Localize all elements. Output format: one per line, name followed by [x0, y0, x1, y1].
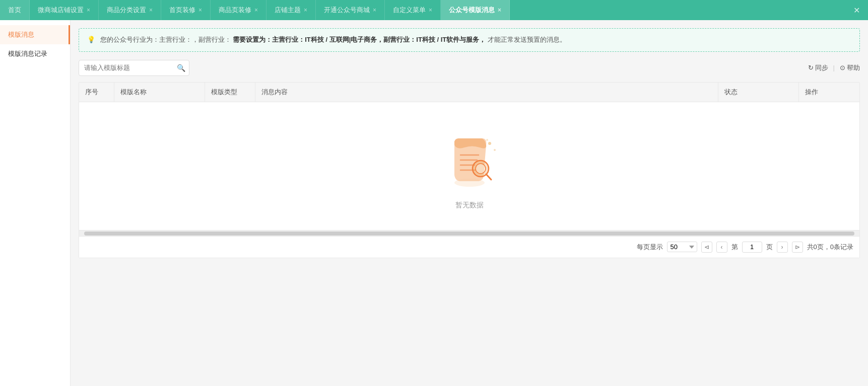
help-label: 帮助	[847, 63, 860, 72]
page-size-select[interactable]: 10 20 50 100	[667, 242, 697, 252]
tab-openstore-label: 开通公众号商城	[324, 6, 370, 15]
tab-weshop[interactable]: 微商城店铺设置 ×	[30, 0, 99, 20]
tab-home[interactable]: 首页	[0, 0, 30, 20]
col-header-name: 模版名称	[114, 83, 205, 102]
svg-line-7	[486, 174, 491, 180]
pagination: 每页显示 10 20 50 100 ⊲ ‹ 第 页 › ⊳ 共0页，0条记录	[79, 236, 859, 258]
help-icon: ⊙	[840, 64, 845, 71]
sync-label: 同步	[815, 63, 828, 72]
tab-bar: 首页 微商城店铺设置 × 商品分类设置 × 首页装修 × 商品页装修 × 店铺主…	[0, 0, 868, 20]
content-area: 💡 您的公众号行业为：主营行业：，副营行业： 需要设置为：主营行业：IT科技 /…	[71, 20, 868, 386]
tab-theme-close[interactable]: ×	[304, 7, 307, 14]
tab-theme[interactable]: 店铺主题 ×	[266, 0, 316, 20]
col-header-status: 状态	[718, 83, 799, 102]
notice-text-after: 才能正常发送预置的消息。	[488, 36, 566, 43]
last-page-button[interactable]: ⊳	[792, 242, 803, 253]
first-page-button[interactable]: ⊲	[701, 242, 712, 253]
sidebar-item-template-msg-label: 模版消息	[8, 31, 34, 38]
search-left: 🔍	[79, 60, 189, 76]
total-text: 共0页，0条记录	[807, 243, 853, 252]
tab-weshop-label: 微商城店铺设置	[38, 6, 84, 15]
page-label: 页	[766, 243, 773, 252]
svg-point-8	[488, 142, 491, 145]
horizontal-scrollbar[interactable]	[79, 230, 859, 236]
empty-state: 暂无数据	[79, 102, 859, 230]
sidebar-item-template-msg[interactable]: 模版消息	[0, 25, 70, 44]
col-header-index: 序号	[79, 83, 114, 102]
tab-theme-label: 店铺主题	[275, 6, 301, 15]
tab-custommenu-close[interactable]: ×	[429, 7, 432, 14]
scrollbar-thumb[interactable]	[84, 231, 854, 236]
next-page-button[interactable]: ›	[777, 242, 788, 253]
tab-home-label: 首页	[8, 6, 21, 15]
tab-category-close[interactable]: ×	[149, 7, 153, 14]
help-button[interactable]: ⊙ 帮助	[840, 63, 860, 72]
search-right: ↻ 同步 | ⊙ 帮助	[808, 63, 860, 72]
tab-homepage-label: 首页装修	[169, 6, 195, 15]
page-prefix: 第	[731, 243, 738, 252]
tab-custommenu[interactable]: 自定义菜单 ×	[385, 0, 441, 20]
sidebar: 模版消息 模版消息记录	[0, 20, 71, 386]
notice-box: 💡 您的公众号行业为：主营行业：，副营行业： 需要设置为：主营行业：IT科技 /…	[79, 28, 860, 52]
empty-text: 暂无数据	[455, 201, 484, 210]
svg-point-10	[486, 139, 488, 141]
main-layout: 模版消息 模版消息记录 💡 您的公众号行业为：主营行业：，副营行业： 需要设置为…	[0, 20, 868, 386]
tab-homepage[interactable]: 首页装修 ×	[161, 0, 211, 20]
sync-button[interactable]: ↻ 同步	[808, 63, 828, 72]
sync-icon: ↻	[808, 64, 814, 71]
search-icon[interactable]: 🔍	[177, 64, 185, 72]
sidebar-item-template-msg-record-label: 模版消息记录	[8, 50, 47, 57]
search-bar: 🔍 ↻ 同步 | ⊙ 帮助	[79, 60, 860, 76]
tab-productpage-close[interactable]: ×	[254, 7, 258, 14]
tab-bar-close-all[interactable]: ✕	[845, 6, 868, 15]
tab-templatemsg-close[interactable]: ×	[498, 7, 501, 14]
search-input-wrap: 🔍	[79, 60, 189, 76]
tab-productpage[interactable]: 商品页装修 ×	[211, 0, 266, 20]
tab-category[interactable]: 商品分类设置 ×	[99, 0, 161, 20]
col-header-content: 消息内容	[255, 83, 718, 102]
svg-point-9	[494, 149, 496, 151]
tab-openstore[interactable]: 开通公众号商城 ×	[316, 0, 385, 20]
tab-weshop-close[interactable]: ×	[87, 7, 90, 14]
svg-point-6	[476, 164, 486, 174]
empty-icon	[439, 132, 500, 193]
col-header-action: 操作	[799, 83, 859, 102]
current-page-input[interactable]	[742, 242, 762, 253]
prev-page-button[interactable]: ‹	[716, 242, 727, 253]
tab-category-label: 商品分类设置	[107, 6, 146, 15]
divider: |	[833, 64, 835, 71]
table-header: 序号 模版名称 模版类型 消息内容 状态 操作	[79, 83, 859, 102]
sidebar-item-template-msg-record[interactable]: 模版消息记录	[0, 44, 70, 63]
tab-productpage-label: 商品页装修	[219, 6, 251, 15]
notice-icon: 💡	[87, 36, 95, 43]
search-input[interactable]	[79, 60, 189, 76]
tab-openstore-close[interactable]: ×	[373, 7, 376, 14]
notice-highlight: 需要设置为：主营行业：IT科技 / 互联网|电子商务，副营行业：IT科技 / I…	[233, 36, 486, 43]
page-size-label: 每页显示	[637, 243, 663, 252]
tab-templatemsg-label: 公众号模版消息	[449, 6, 495, 15]
tab-custommenu-label: 自定义菜单	[393, 6, 426, 15]
col-header-type: 模版类型	[205, 83, 255, 102]
tab-homepage-close[interactable]: ×	[198, 7, 202, 14]
table-container: 序号 模版名称 模版类型 消息内容 状态 操作	[79, 82, 860, 258]
notice-text-before: 您的公众号行业为：主营行业：，副营行业：	[100, 36, 231, 43]
tab-templatemsg[interactable]: 公众号模版消息 ×	[441, 0, 510, 20]
